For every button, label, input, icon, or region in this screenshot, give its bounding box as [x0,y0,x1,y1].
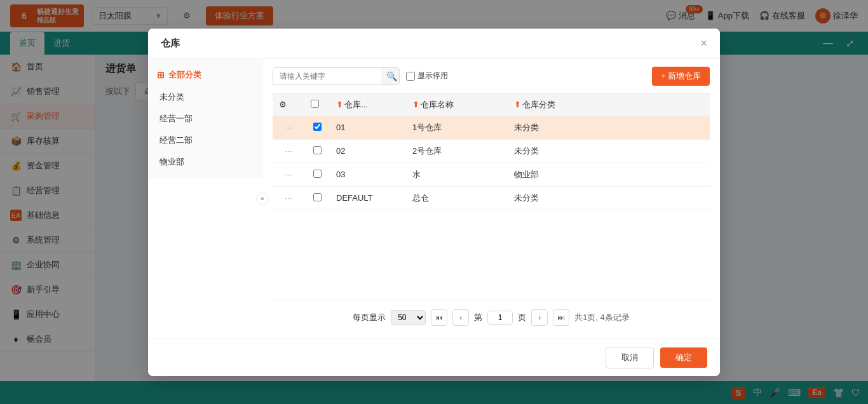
cancel-button[interactable]: 取消 [606,347,654,368]
row-code-cell: DEFAULT [330,186,406,210]
all-categories-btn[interactable]: ⊞ 全部分类 [148,64,262,86]
modal-header: 仓库 × [148,29,720,59]
row-checkbox-cell [304,139,330,163]
sort-icon-name: ⬆ [412,100,419,109]
col-header-checkbox [304,93,330,116]
page-first-btn[interactable]: ⏮ [431,309,447,326]
row-actions-cell: ··· [273,186,304,210]
modal-overlay: 仓库 × ⊞ 全部分类 未分类 经营一部 经营二部 物业部 « [0,0,868,404]
gear-col-icon: ⚙ [279,100,287,109]
add-warehouse-btn[interactable]: + 新增仓库 [652,67,710,86]
modal-title: 仓库 [161,37,180,50]
table-row[interactable]: ··· 01 1号仓库 未分类 [273,116,710,139]
table-area: 🔍 显示停用 + 新增仓库 ⚙ [262,59,720,339]
row-name-cell: 水 [406,163,508,186]
page-prev-btn[interactable]: ‹ [452,309,469,326]
row-category-cell: 未分类 [508,139,710,163]
row-actions-cell: ··· [273,163,304,186]
row-name-cell: 2号仓库 [406,139,508,163]
sort-icon-cat: ⬆ [514,100,521,109]
row-checkbox-cell [304,116,330,139]
page-label: 第 [474,312,482,323]
row-more-icon[interactable]: ··· [285,146,292,156]
col-header-name[interactable]: ⬆仓库名称 [406,93,508,116]
row-code-cell: 03 [330,163,406,186]
category-sidebar: ⊞ 全部分类 未分类 经营一部 经营二部 物业部 [148,59,262,178]
row-name-cell: 1号仓库 [406,116,508,139]
row-actions-cell: ··· [273,139,304,163]
grid-icon: ⊞ [157,70,165,80]
table-row[interactable]: ··· DEFAULT 总仓 未分类 [273,186,710,210]
row-category-cell: 未分类 [508,186,710,210]
page-last-btn[interactable]: ⏭ [553,309,569,326]
row-more-icon[interactable]: ··· [285,193,292,203]
row-category-cell: 物业部 [508,163,710,186]
modal-close-btn[interactable]: × [700,37,707,49]
col-header-gear: ⚙ [273,93,304,116]
show-disabled-checkbox[interactable] [406,72,415,81]
row-category-cell: 未分类 [508,116,710,139]
search-input[interactable] [273,69,381,84]
row-actions-cell: ··· [273,116,304,139]
per-page-label: 每页显示 [353,312,386,323]
modal-warehouse: 仓库 × ⊞ 全部分类 未分类 经营一部 经营二部 物业部 « [148,29,720,376]
pagination: 每页显示 50 20 100 ⏮ ‹ 第 页 › ⏭ 共1页, 4条记录 [273,300,710,331]
category-item-uncategorized[interactable]: 未分类 [148,86,262,108]
category-item-ops1[interactable]: 经营一部 [148,108,262,130]
col-header-code[interactable]: ⬆仓库... [330,93,406,116]
row-checkbox[interactable] [313,123,322,131]
category-sidebar-wrap: ⊞ 全部分类 未分类 经营一部 经营二部 物业部 « [148,59,262,339]
confirm-button[interactable]: 确定 [660,347,707,368]
row-name-cell: 总仓 [406,186,508,210]
search-btn[interactable]: 🔍 [381,68,400,84]
page-next-btn[interactable]: › [531,309,548,326]
table-row[interactable]: ··· 03 水 物业部 [273,163,710,186]
show-disabled-label[interactable]: 显示停用 [406,71,448,81]
row-checkbox-cell [304,186,330,210]
warehouse-table: ⚙ ⬆仓库... ⬆仓库名称 [273,93,710,210]
sort-icon-code: ⬆ [336,100,343,109]
search-input-wrap: 🔍 [273,67,400,85]
category-item-property[interactable]: 物业部 [148,151,262,173]
select-all-checkbox[interactable] [311,100,319,108]
row-more-icon[interactable]: ··· [285,170,292,179]
table-row[interactable]: ··· 02 2号仓库 未分类 [273,139,710,163]
row-checkbox[interactable] [313,146,322,154]
page-suffix: 页 [518,312,526,323]
row-code-cell: 01 [330,116,406,139]
modal-body: ⊞ 全部分类 未分类 经营一部 经营二部 物业部 « 🔍 [148,59,720,339]
row-code-cell: 02 [330,139,406,163]
page-total: 共1页, 4条记录 [574,312,630,323]
col-header-category[interactable]: ⬆仓库分类 [508,93,710,116]
row-checkbox[interactable] [313,193,322,201]
page-number-input[interactable] [487,311,513,325]
row-checkbox[interactable] [313,170,322,178]
modal-footer: 取消 确定 [148,339,720,376]
row-more-icon[interactable]: ··· [285,123,292,132]
per-page-select[interactable]: 50 20 100 [391,310,426,325]
row-checkbox-cell [304,163,330,186]
table-toolbar: 🔍 显示停用 + 新增仓库 [273,67,710,86]
category-collapse-btn[interactable]: « [256,192,269,205]
category-item-ops2[interactable]: 经营二部 [148,130,262,151]
